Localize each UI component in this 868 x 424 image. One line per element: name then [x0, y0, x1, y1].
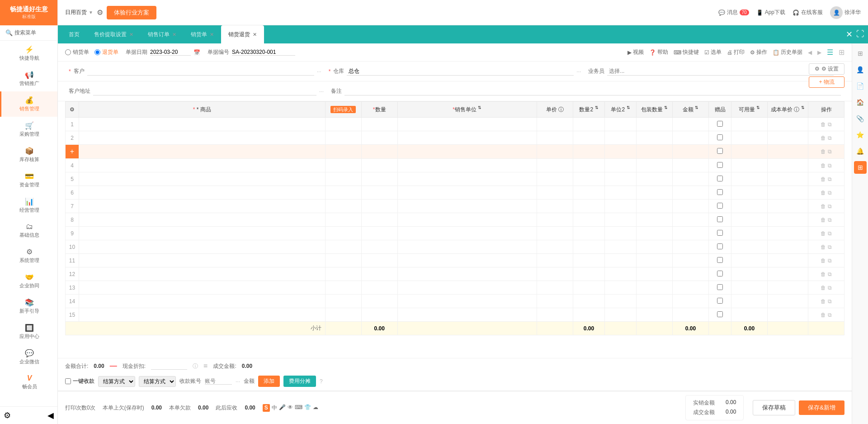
delete-icon[interactable]: 🗑 — [821, 203, 826, 210]
delete-icon[interactable]: 🗑 — [821, 162, 826, 169]
experience-button[interactable]: 体验行业方案 — [107, 6, 156, 19]
maximize-icon[interactable]: ⛶ — [856, 29, 864, 39]
account-more-icon[interactable]: ··· — [236, 378, 240, 385]
video-btn[interactable]: ▶ 视频 — [627, 48, 644, 56]
right-panel-btn-1[interactable]: ⊞ — [854, 47, 867, 60]
radio-sales[interactable]: 销货单 — [65, 48, 89, 56]
app-download-item[interactable]: 📱 App下载 — [756, 9, 785, 16]
gift-checkbox[interactable] — [717, 284, 723, 290]
product-cell[interactable] — [79, 254, 326, 267]
history-btn[interactable]: 📋 历史单据 — [773, 48, 802, 56]
sidebar-item-appstore[interactable]: 🔲 应用中心 — [0, 319, 57, 344]
gift-cell[interactable] — [709, 131, 731, 145]
sidebar-item-operations[interactable]: 📊 经营管理 — [0, 193, 57, 218]
pkg-cell[interactable] — [637, 131, 673, 145]
product-cell[interactable] — [79, 267, 326, 281]
gift-checkbox[interactable] — [717, 230, 723, 236]
sidebar-item-guide[interactable]: 📚 新手引导 — [0, 294, 57, 319]
staff-input[interactable] — [607, 67, 834, 76]
right-panel-btn-7[interactable]: 🔔 — [854, 145, 867, 157]
product-cell[interactable] — [79, 172, 326, 186]
sidebar-item-shortcut[interactable]: ⚡ 快捷导航 — [0, 41, 57, 66]
right-panel-btn-2[interactable]: 👤 — [854, 63, 867, 76]
add-row-btn[interactable]: + — [66, 145, 79, 159]
copy-icon[interactable]: ⧉ — [828, 176, 832, 182]
next-arrow-icon[interactable]: ▶ — [817, 49, 821, 56]
sidebar-item-system[interactable]: ⚙ 系统管理 — [0, 243, 57, 268]
gift-checkbox[interactable] — [717, 134, 723, 140]
price-cell[interactable] — [537, 118, 573, 131]
radio-return[interactable]: 退货单 — [94, 48, 118, 56]
product-cell[interactable] — [79, 131, 326, 145]
cost-price-cell[interactable] — [768, 131, 808, 145]
copy-icon[interactable]: ⧉ — [828, 271, 832, 277]
delete-icon[interactable]: 🗑 — [821, 217, 826, 223]
cost-price-cell[interactable] — [768, 145, 808, 159]
product-cell[interactable] — [79, 159, 326, 172]
unit-cell[interactable] — [397, 118, 537, 131]
unit2-cell[interactable] — [605, 118, 637, 131]
unit2-cell[interactable] — [605, 145, 637, 159]
product-cell[interactable] — [79, 118, 326, 131]
gift-checkbox[interactable] — [717, 298, 723, 304]
warehouse-more-icon[interactable]: ··· — [576, 68, 581, 75]
copy-icon[interactable]: ⧉ — [828, 312, 832, 318]
unit2-cell[interactable] — [605, 131, 637, 145]
gift-checkbox[interactable] — [717, 243, 723, 249]
note-input[interactable] — [344, 87, 841, 95]
sidebar-item-basic[interactable]: 🗂 基础信息 — [0, 218, 57, 243]
grid-view-icon[interactable]: ⊞ — [839, 48, 844, 57]
store-selector[interactable]: 日用百货 ▼ — [65, 9, 93, 16]
qty2-cell[interactable] — [573, 131, 605, 145]
product-cell[interactable] — [79, 308, 326, 322]
delete-icon[interactable]: 🗑 — [821, 244, 826, 250]
product-cell[interactable] — [79, 281, 326, 295]
sidebar-item-purchase[interactable]: 🛒 采购管理 — [0, 117, 57, 142]
customer-service-item[interactable]: 🎧 在线客服 — [793, 9, 823, 16]
cash-discount-input[interactable] — [151, 363, 187, 370]
one-click-payment-checkbox[interactable]: 一键收款 — [65, 377, 94, 385]
delete-icon[interactable]: 🗑 — [821, 230, 826, 237]
right-panel-btn-5[interactable]: 📎 — [854, 112, 867, 125]
product-cell[interactable] — [79, 186, 326, 200]
col-gear[interactable]: ⚙ — [66, 102, 79, 118]
sidebar-item-wechat[interactable]: 💬 企业微信 — [0, 344, 57, 370]
keyboard-icon[interactable]: ⌨ — [295, 404, 302, 412]
delete-icon[interactable]: 🗑 — [821, 312, 826, 318]
product-input[interactable] — [81, 148, 323, 155]
sidebar-item-member[interactable]: V 畅会员 — [0, 370, 57, 395]
qty-cell[interactable] — [361, 131, 397, 145]
prev-arrow-icon[interactable]: ◀ — [808, 49, 812, 56]
product-cell[interactable] — [79, 200, 326, 213]
price-cell[interactable] — [537, 145, 573, 159]
eye-icon[interactable]: 👁 — [288, 404, 293, 412]
radio-sales-input[interactable] — [65, 49, 71, 55]
tab-home[interactable]: 首页 — [61, 25, 87, 43]
cost-price-cell[interactable] — [768, 118, 808, 131]
available-cell[interactable] — [731, 131, 768, 145]
one-click-input[interactable] — [65, 378, 71, 384]
collapse-icon[interactable]: ◀ — [47, 410, 54, 420]
close-icon[interactable]: ✕ — [253, 32, 257, 38]
right-panel-btn-3[interactable]: 📄 — [854, 80, 867, 92]
delete-icon[interactable]: 🗑 — [821, 298, 826, 305]
scan-btn[interactable]: 扫码录入 — [330, 106, 356, 113]
close-tab-icon[interactable]: ✕ — [846, 29, 853, 39]
gift-checkbox[interactable] — [717, 176, 723, 181]
gift-checkbox[interactable] — [717, 148, 723, 154]
chinese-input-icon[interactable]: 中 — [272, 404, 277, 412]
amount-cell[interactable] — [673, 118, 709, 131]
amount-cell[interactable] — [673, 145, 709, 159]
notification-item[interactable]: 💬 消息 70 — [718, 9, 749, 16]
cost-split-button[interactable]: 费用分摊 — [283, 376, 316, 387]
delete-icon[interactable]: 🗑 — [821, 135, 826, 141]
available-cell[interactable] — [731, 145, 768, 159]
tab-sales-order[interactable]: 销售订单 ✕ — [141, 25, 184, 43]
product-cell[interactable] — [79, 240, 326, 254]
warehouse-input[interactable] — [347, 67, 574, 76]
copy-icon[interactable]: ⧉ — [828, 217, 832, 223]
address-more-icon[interactable]: ··· — [319, 88, 324, 95]
close-icon[interactable]: ✕ — [129, 32, 133, 38]
copy-icon[interactable]: ⧉ — [828, 121, 832, 128]
unit-cell[interactable] — [397, 145, 537, 159]
